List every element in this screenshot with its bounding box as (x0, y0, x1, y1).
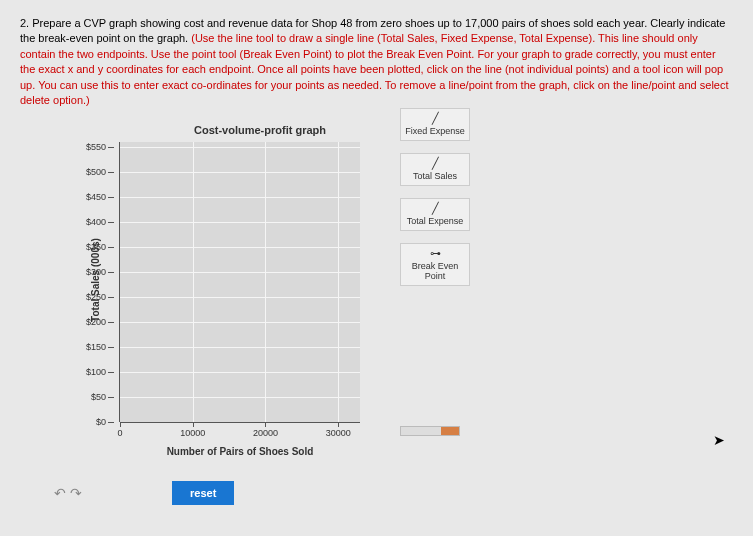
tool-fixed-expense[interactable]: ╱ Fixed Expense (400, 108, 470, 141)
y-label-2: $100 (72, 367, 106, 377)
point-icon: ⊶ (403, 248, 467, 259)
undo-icon[interactable]: ↶ (54, 485, 66, 501)
line-icon: ╱ (403, 113, 467, 124)
tool-legend: ╱ Fixed Expense ╱ Total Sales ╱ Total Ex… (400, 108, 470, 298)
reset-button[interactable]: reset (172, 481, 234, 505)
x-label-1: 10000 (180, 428, 205, 438)
line-icon: ╱ (403, 203, 467, 214)
x-label-0: 0 (117, 428, 122, 438)
instructions-text: 2. Prepare a CVP graph showing cost and … (20, 16, 733, 108)
line-icon: ╱ (403, 158, 467, 169)
y-label-5: $250 (72, 292, 106, 302)
y-label-6: $300 (72, 267, 106, 277)
y-label-9: $450 (72, 192, 106, 202)
y-label-7: $350 (72, 242, 106, 252)
tool-total-expense[interactable]: ╱ Total Expense (400, 198, 470, 231)
cursor-icon: ➤ (713, 432, 725, 448)
controls-row: ↶ ↷ reset (50, 481, 520, 505)
y-label-10: $500 (72, 167, 106, 177)
tool-total-sales[interactable]: ╱ Total Sales (400, 153, 470, 186)
plot-area[interactable] (120, 142, 360, 422)
x-label-2: 20000 (253, 428, 278, 438)
x-axis-labels: 0 10000 20000 30000 (120, 424, 360, 438)
y-label-0: $0 (72, 417, 106, 427)
undo-redo-group: ↶ ↷ (54, 485, 82, 501)
chart-title: Cost-volume-profit graph (100, 118, 420, 142)
y-axis-labels: $0 $50 $100 $150 $200 $250 $300 $350 $40… (72, 142, 114, 422)
redo-icon[interactable]: ↷ (70, 485, 82, 501)
legend-label: Break Even Point (412, 261, 459, 281)
y-label-11: $550 (72, 142, 106, 152)
scrollbar-thumb[interactable] (441, 427, 459, 435)
y-label-8: $400 (72, 217, 106, 227)
legend-label: Total Sales (413, 171, 457, 181)
y-label-3: $150 (72, 342, 106, 352)
legend-label: Fixed Expense (405, 126, 465, 136)
legend-label: Total Expense (407, 216, 464, 226)
chart-box: Total Sales (000s) $0 $50 $100 $150 $200… (76, 142, 356, 457)
horizontal-scrollbar[interactable] (400, 426, 460, 436)
x-label-3: 30000 (326, 428, 351, 438)
y-label-4: $200 (72, 317, 106, 327)
y-label-1: $50 (72, 392, 106, 402)
tool-break-even-point[interactable]: ⊶ Break Even Point (400, 243, 470, 286)
x-axis-title: Number of Pairs of Shoes Sold (120, 446, 360, 457)
